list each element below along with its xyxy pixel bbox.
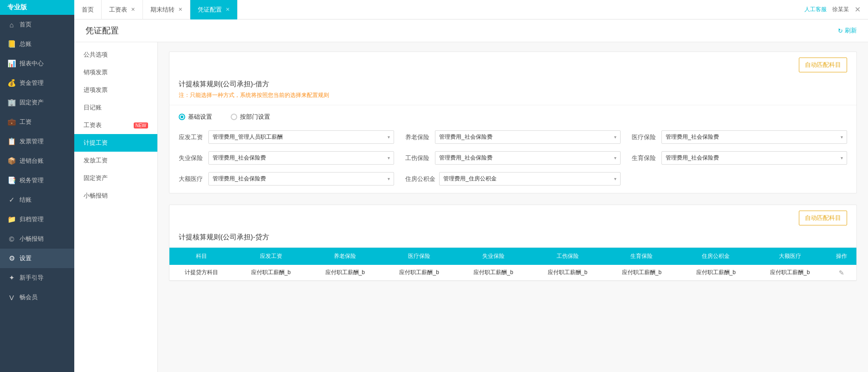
left-nav-item-sales-invoice[interactable]: 销项发票 <box>74 64 157 81</box>
form-label: 住房公积金 <box>405 175 435 183</box>
left-nav-item-journal[interactable]: 日记账 <box>74 99 157 116</box>
credit-col-header: 大额医疗 <box>753 248 827 265</box>
refresh-icon: ↻ <box>838 27 843 34</box>
sidebar-item-payroll[interactable]: 💼工资 <box>0 112 74 132</box>
form-select-养老保险[interactable]: 管理费用_社会保险费 ▾ <box>435 130 621 144</box>
sidebar-item-ledger[interactable]: 📒总账 <box>0 34 74 54</box>
debit-form-grid: 应发工资 管理费用_管理人员职工薪酬 ▾ 养老保险 管理费用_社会保险费 ▾ 医… <box>179 130 847 186</box>
sidebar-item-tax[interactable]: 📑税务管理 <box>0 171 74 190</box>
tab-close-payroll-table[interactable]: ✕ <box>131 6 135 13</box>
sidebar-item-label: 总账 <box>19 40 32 48</box>
credit-row-col-7[interactable]: 应付职工薪酬_b <box>753 265 827 281</box>
credit-row-col-4[interactable]: 应付职工薪酬_b <box>531 265 605 281</box>
left-nav-item-public-options[interactable]: 公共选项 <box>74 46 157 64</box>
form-select-大额医疗[interactable]: 管理费用_社会保险费 ▾ <box>208 172 394 186</box>
sidebar-item-label: 报表中心 <box>19 59 44 68</box>
form-row-医疗保险: 医疗保险 管理费用_社会保险费 ▾ <box>632 130 847 144</box>
sidebar-item-label: 畅会员 <box>19 293 38 301</box>
top-right-info: 人工客服 徐某某 ✕ <box>804 5 868 14</box>
radio-dept-circle <box>231 114 237 120</box>
left-nav-item-calc-payroll[interactable]: 计提工资 <box>74 134 157 152</box>
form-select-生育保险[interactable]: 管理费用_社会保险费 ▾ <box>661 151 847 165</box>
main-content: 自动匹配科目 计提核算规则(公司承担)-借方 注：只能选择一种方式，系统将按照您… <box>158 42 868 372</box>
sidebar-item-close[interactable]: ✓结账 <box>0 190 74 210</box>
chevron-down-icon: ▾ <box>614 176 616 181</box>
close-main-icon[interactable]: ✕ <box>855 5 861 14</box>
auto-match-debit-button[interactable]: 自动匹配科目 <box>799 58 847 72</box>
left-nav-label: 小畅报销 <box>84 192 108 200</box>
sales-icon: 📦 <box>7 157 16 165</box>
sidebar-item-assets[interactable]: 🏢固定资产 <box>0 93 74 112</box>
sidebar-item-settings[interactable]: ⚙设置 <box>0 249 74 268</box>
tab-close-voucher-config[interactable]: ✕ <box>226 6 230 13</box>
tab-home[interactable]: 首页 <box>74 0 102 19</box>
tab-label: 工资表 <box>109 6 127 14</box>
sidebar-item-home[interactable]: ⌂首页 <box>0 15 74 34</box>
left-nav-label: 公共选项 <box>84 51 108 59</box>
credit-row-col-5[interactable]: 应付职工薪酬_b <box>605 265 679 281</box>
sidebar-item-label: 设置 <box>19 254 32 263</box>
form-select-应发工资[interactable]: 管理费用_管理人员职工薪酬 ▾ <box>208 130 394 144</box>
form-row-工伤保险: 工伤保险 管理费用_社会保险费 ▾ <box>405 151 621 165</box>
credit-section-title: 计提核算规则(公司承担)-贷方 <box>179 233 847 242</box>
credit-row-col-1[interactable]: 应付职工薪酬_b <box>308 265 382 281</box>
chevron-down-icon: ▾ <box>388 155 390 160</box>
sidebar-item-archive[interactable]: 📁归档管理 <box>0 210 74 229</box>
credit-row-col-6[interactable]: 应付职工薪酬_b <box>679 265 753 281</box>
credit-row-col-2[interactable]: 应付职工薪酬_b <box>382 265 456 281</box>
auto-match-credit-button[interactable]: 自动匹配科目 <box>799 211 847 225</box>
tab-period-close[interactable]: 期末结转✕ <box>143 0 190 19</box>
chevron-down-icon: ▾ <box>388 176 390 181</box>
page-header: 凭证配置 ↻ 刷新 <box>74 19 868 42</box>
credit-col-header: 养老保险 <box>308 248 382 265</box>
page-title: 凭证配置 <box>85 25 119 36</box>
form-select-住房公积金[interactable]: 管理费用_住房公积金 ▾ <box>439 172 621 186</box>
credit-col-header: 应发工资 <box>234 248 308 265</box>
form-select-失业保险[interactable]: 管理费用_社会保险费 ▾ <box>208 151 394 165</box>
form-select-工伤保险[interactable]: 管理费用_社会保险费 ▾ <box>435 151 621 165</box>
sidebar-item-sales[interactable]: 📦进销台账 <box>0 151 74 171</box>
tab-payroll-table[interactable]: 工资表✕ <box>102 0 143 19</box>
form-row-应发工资: 应发工资 管理费用_管理人员职工薪酬 ▾ <box>179 130 394 144</box>
tab-voucher-config[interactable]: 凭证配置✕ <box>190 0 238 19</box>
home-icon: ⌂ <box>7 21 16 29</box>
sidebar-item-label: 发票管理 <box>19 137 44 146</box>
form-label: 失业保险 <box>179 154 205 162</box>
radio-dept[interactable]: 按部门设置 <box>231 113 270 121</box>
sidebar-item-guide[interactable]: ✦新手引导 <box>0 268 74 288</box>
form-row-住房公积金: 住房公积金 管理费用_住房公积金 ▾ <box>405 172 621 186</box>
left-nav-label: 固定资产 <box>84 174 108 182</box>
left-nav-item-purchase-invoice[interactable]: 进项发票 <box>74 81 157 99</box>
debit-section-title: 计提核算规则(公司承担)-借方 <box>179 80 847 89</box>
left-nav-label: 销项发票 <box>84 68 108 77</box>
form-select-医疗保险[interactable]: 管理费用_社会保险费 ▾ <box>661 130 847 144</box>
sidebar-item-label: 首页 <box>19 20 32 29</box>
sidebar-item-label: 工资 <box>19 118 32 126</box>
chevron-down-icon: ▾ <box>388 135 390 140</box>
sidebar-item-funds[interactable]: 💰资金管理 <box>0 73 74 93</box>
sidebar-item-invoice[interactable]: 📋发票管理 <box>0 132 74 151</box>
form-label: 工伤保险 <box>405 154 431 162</box>
refresh-button[interactable]: ↻ 刷新 <box>838 26 857 35</box>
chevron-down-icon: ▾ <box>614 135 616 140</box>
left-nav-item-fixed-assets[interactable]: 固定资产 <box>74 169 157 187</box>
sidebar-item-reports[interactable]: 📊报表中心 <box>0 54 74 73</box>
customer-service-link[interactable]: 人工客服 <box>804 6 827 13</box>
edit-icon[interactable]: ✎ <box>839 269 844 276</box>
radio-basic[interactable]: 基础设置 <box>179 113 212 121</box>
credit-row-col-3[interactable]: 应付职工薪酬_b <box>456 265 531 281</box>
sidebar-item-xiaochang[interactable]: ©小畅报销 <box>0 229 74 249</box>
refresh-label: 刷新 <box>845 26 857 35</box>
left-nav-item-expense[interactable]: 小畅报销 <box>74 187 157 205</box>
sidebar-item-member[interactable]: V畅会员 <box>0 288 74 307</box>
credit-row-col-0[interactable]: 应付职工薪酬_b <box>234 265 308 281</box>
left-nav-item-issue-payroll[interactable]: 发放工资 <box>74 152 157 169</box>
sidebar-item-label: 小畅报销 <box>19 235 44 243</box>
credit-row-action[interactable]: ✎ <box>827 265 856 281</box>
tab-close-period-close[interactable]: ✕ <box>178 6 182 13</box>
credit-col-header: 操作 <box>827 248 856 265</box>
left-nav-label: 计提工资 <box>84 139 108 147</box>
user-name: 徐某某 <box>832 6 849 13</box>
sidebar-item-label: 进销台账 <box>19 157 44 165</box>
left-nav-item-payroll-table[interactable]: 工资表NEW <box>74 116 157 134</box>
